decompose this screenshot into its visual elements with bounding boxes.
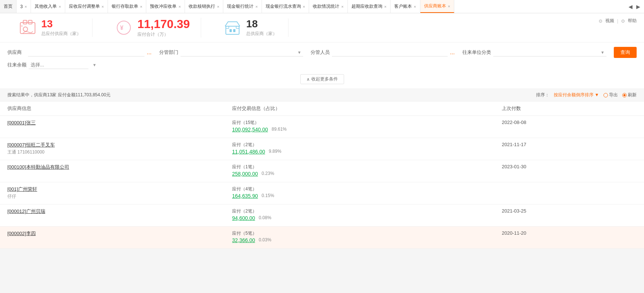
nav-supplier-book-close[interactable]: × (448, 4, 450, 8)
nav-cash-bank-stat-close[interactable]: × (255, 4, 258, 9)
trans-amount-5[interactable]: 32,366.00 (232, 237, 255, 243)
nav-tab3[interactable]: 3 × (17, 0, 31, 13)
transaction-col-4: 应付（2笔）94,600.000.08% (232, 208, 502, 221)
transaction-col-3: 应付（4笔）164,635.900.15% (232, 186, 502, 199)
refresh-radio (622, 93, 627, 97)
last-pay-2: 2023-01-30 (502, 164, 637, 169)
trans-amount-3[interactable]: 164,635.90 (232, 193, 258, 199)
nav-bank-deposit[interactable]: 银行存取款单 × (108, 0, 146, 13)
trans-amount-row-0: 100,092,540.0089.61% (232, 126, 502, 132)
video-link[interactable]: 视频 (605, 18, 614, 24)
last-pay-0: 2022-08-08 (502, 120, 637, 125)
nav-other-income[interactable]: 其他收入单 × (31, 0, 65, 13)
transaction-col-0: 应付（15笔）100,092,540.0089.61% (232, 120, 502, 132)
trans-label-0: 应付（15笔） (232, 120, 502, 126)
transaction-col-2: 应付（1笔）258,000.000.23% (232, 164, 502, 177)
nav-customer-book[interactable]: 客户账本 × (391, 0, 420, 13)
nav-ar-ap-adjust[interactable]: 应收应付调整单 × (65, 0, 108, 13)
supplier-sub-1: 王通 17106110000 (7, 149, 232, 155)
supplier-filter-input[interactable] (28, 48, 144, 56)
category-select-input[interactable] (495, 49, 601, 55)
nav-cash-bank-flow[interactable]: 现金银行流水查询 × (262, 0, 309, 13)
nav-cash-bank-flow-close[interactable]: × (303, 4, 305, 9)
category-filter-select[interactable]: ▼ (493, 48, 607, 56)
col-header-lastpay: 上次付数 (502, 105, 637, 112)
supplier-link-4[interactable]: [000012]广州贝瑞 (7, 208, 45, 214)
trans-percent-0: 89.61% (272, 127, 287, 132)
trans-percent-5: 0.03% (259, 237, 271, 242)
svg-rect-8 (230, 29, 232, 32)
nav-customer-book-close[interactable]: × (414, 4, 416, 9)
dept-select-input[interactable] (182, 49, 298, 55)
person-dots-btn[interactable]: ... (450, 49, 455, 56)
stat-block-suppliers: ¥ 13 总应付供应商（家） (7, 18, 92, 37)
nav-cash-bank-stat[interactable]: 现金银行统计 × (223, 0, 262, 13)
nav-ar-ap-adjust-close[interactable]: × (102, 4, 104, 9)
supplier-col-2: [000100]本特勤油品有限公司 (7, 164, 232, 170)
nav-overdue-ar-close[interactable]: × (384, 4, 386, 9)
nav-supplier-book[interactable]: 供应商账本 × (420, 0, 454, 13)
nav-other-income-close[interactable]: × (59, 4, 61, 9)
trans-amount-2[interactable]: 258,000.00 (232, 171, 258, 177)
nav-next-arrow[interactable]: ▶ (634, 3, 642, 10)
dept-filter-select[interactable]: ▼ (181, 48, 304, 56)
collapse-label: 收起更多条件 (311, 76, 338, 82)
nav-prepay-ar-close[interactable]: × (178, 4, 181, 9)
supplier-link-2[interactable]: [000100]本特勤油品有限公司 (7, 164, 69, 170)
nav-collection-stat[interactable]: 收款情况统计 × (309, 0, 347, 13)
nav-overdue-ar-label: 超期应收款查询 (351, 3, 382, 10)
trans-percent-3: 0.15% (262, 193, 274, 198)
trans-amount-row-2: 258,000.000.23% (232, 170, 502, 177)
supplier-dots-btn[interactable]: ... (147, 49, 151, 56)
category-filter-label: 往来单位分类 (462, 49, 491, 56)
nav-prepay-ar[interactable]: 预收冲应收单 × (146, 0, 185, 13)
play-circle-icon: ⊙ (599, 18, 602, 24)
stat-info-amount: 11,170.39 应付合计（万） (137, 18, 190, 38)
trans-label-2: 应付（1笔） (232, 164, 502, 170)
trans-percent-1: 9.89% (269, 149, 281, 154)
trans-amount-4[interactable]: 94,600.00 (232, 215, 255, 221)
nav-bank-deposit-close[interactable]: × (140, 4, 142, 9)
table-row: [000012]广州贝瑞应付（2笔）94,600.000.08%2021-03-… (0, 204, 644, 227)
trans-label-1: 应付（2笔） (232, 142, 502, 148)
nav-collection-stat-close[interactable]: × (341, 4, 343, 9)
nav-collection-verify-close[interactable]: × (217, 4, 219, 9)
person-filter-input[interactable] (332, 48, 448, 56)
total-payable-suppliers-count: 13 (41, 18, 81, 30)
refresh-button[interactable]: 刷新 (622, 92, 637, 98)
supplier-icon: ¥ (18, 18, 37, 37)
balance-select-input[interactable] (31, 62, 92, 68)
supplier-sub-3: 仔仔 (7, 193, 232, 200)
query-button[interactable]: 查询 (614, 47, 637, 58)
svg-rect-9 (233, 29, 235, 32)
nav-home[interactable]: 首页 (0, 0, 17, 13)
supplier-link-1[interactable]: [000007]恒旺二手叉车 (7, 142, 55, 148)
nav-overdue-ar[interactable]: 超期应收款查询 × (348, 0, 391, 13)
nav-collection-verify-label: 收款核销执行 (189, 3, 215, 10)
trans-amount-1[interactable]: 11,051,486.00 (232, 149, 265, 155)
svg-text:¥: ¥ (21, 24, 23, 28)
total-suppliers-count: 18 (246, 18, 277, 30)
top-navigation: 首页 3 × 其他收入单 × 应收应付调整单 × 银行存取款单 × 预收冲应收单… (0, 0, 644, 13)
nav-tab3-close[interactable]: × (25, 4, 27, 9)
table-row: [001]广州荣轩仔仔应付（4笔）164,635.900.15% (0, 182, 644, 204)
help-link[interactable]: 帮助 (628, 18, 637, 24)
result-right-actions: 排序： 按应付余额倒序排序 ▼ 导出 刷新 (536, 92, 637, 98)
nav-prev-arrow[interactable]: ◀ (627, 3, 634, 10)
nav-collection-verify[interactable]: 收款核销执行 × (185, 0, 223, 13)
sort-value-btn[interactable]: 按应付余额倒序排序 ▼ (554, 92, 599, 98)
sort-desc-icon: ▼ (595, 92, 599, 97)
collapse-button[interactable]: ∧ 收起更多条件 (300, 74, 344, 84)
svg-point-5 (117, 21, 130, 34)
stat-info-total-suppliers: 18 总供应商（家） (246, 18, 277, 37)
supplier-link-5[interactable]: [000002]李四 (7, 231, 36, 236)
export-label: 导出 (609, 92, 618, 98)
balance-filter-select[interactable]: ▼ (29, 61, 88, 69)
sort-value-text: 按应付余额倒序排序 (554, 92, 594, 97)
supplier-link-0[interactable]: [000001]张三 (7, 120, 36, 125)
nav-cash-bank-flow-label: 现金银行流水查询 (266, 3, 301, 10)
trans-amount-0[interactable]: 100,092,540.00 (232, 127, 268, 132)
export-button[interactable]: 导出 (603, 92, 618, 98)
supplier-link-3[interactable]: [001]广州荣轩 (7, 186, 37, 192)
person-filter-label: 分管人员 (311, 49, 330, 56)
